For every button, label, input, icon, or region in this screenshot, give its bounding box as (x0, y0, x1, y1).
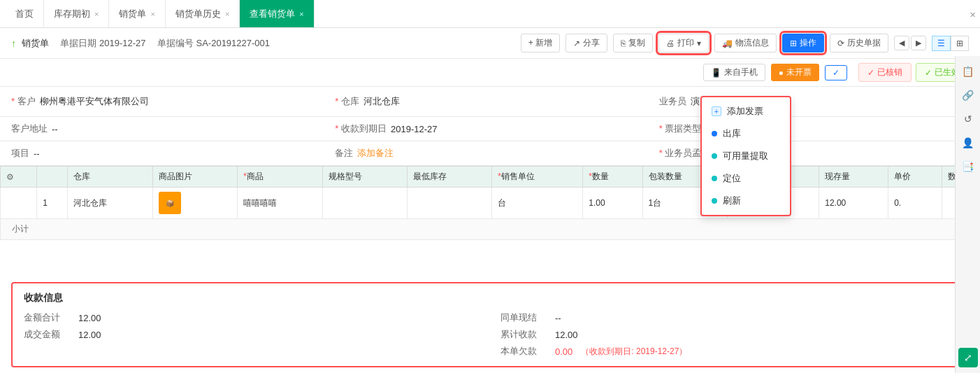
sidebar-icon-5[interactable]: 📑 (958, 157, 978, 176)
grid-view-button[interactable]: ⊞ (951, 36, 969, 51)
td-num: 1 (37, 188, 68, 219)
prev-record-button[interactable]: ◀ (894, 36, 909, 50)
outstanding-row: 本单欠款 0.00 （收款到期日: 2019-12-27） (500, 345, 956, 358)
add-note-button[interactable]: 添加备注 (357, 147, 394, 160)
doc-number-value: SA-20191227-001 (196, 38, 271, 48)
table-row: 1 河北仓库 📦 嘻嘻嘻嘻 台 1.00 1台 12.00 0. (1, 188, 980, 219)
deal-amount-label: 成交金额 (24, 328, 73, 341)
sidebar-icon-3[interactable]: ↺ (958, 109, 978, 129)
copy-icon: ⎘ (621, 38, 626, 48)
tab-view-sales[interactable]: 查看销货单 × (240, 0, 314, 27)
locate-icon (712, 176, 717, 181)
locate-item[interactable]: 定位 (702, 167, 790, 190)
tab-view-sales-close[interactable]: × (299, 10, 303, 18)
tab-sales-history[interactable]: 销货单历史 × (166, 0, 240, 27)
tab-sales-order[interactable]: 销货单 × (109, 0, 165, 27)
sidebar-icon-2[interactable]: 🔗 (958, 85, 978, 105)
window-close-button[interactable]: × (970, 8, 976, 20)
outbound-item[interactable]: 出库 (702, 122, 790, 145)
payment-info-grid: 金额合计 12.00 成交金额 12.00 同单现结 -- 累计收款 (24, 311, 956, 358)
tab-view-sales-label: 查看销货单 (250, 8, 295, 20)
available-qty-icon (712, 153, 717, 159)
sidebar-icon-1[interactable]: 📋 (958, 62, 978, 81)
share-icon: ↗ (573, 38, 580, 48)
form-area-2: 客户地址 -- 收款到期日 2019-12-27 票据类型 不开票 (0, 117, 980, 141)
outstanding-label: 本单欠款 (500, 345, 549, 358)
history-icon: ⟳ (837, 38, 844, 48)
print-button[interactable]: 🖨 打印 ▾ (658, 34, 709, 52)
view-toggle: ☰ ⊞ (932, 36, 969, 51)
cumulative-payment-row: 累计收款 12.00 (500, 328, 956, 341)
operations-dropdown: + 添加发票 出库 可用量提取 定位 刷新 (700, 96, 791, 216)
th-qty: *数量 (583, 167, 642, 188)
td-min-stock (407, 188, 491, 219)
list-view-button[interactable]: ☰ (932, 36, 951, 51)
refresh-label: 刷新 (723, 195, 741, 207)
outstanding-value: 0.00 (555, 346, 572, 357)
not-opened-button[interactable]: ● 未开票 (771, 64, 819, 81)
tab-home[interactable]: 首页 (6, 0, 44, 27)
td-warehouse: 河北仓库 (68, 188, 152, 219)
sold-status-button[interactable]: ✓ 已核销 (858, 63, 911, 82)
th-settings[interactable]: ⚙ (1, 167, 37, 188)
doc-date-value: 2019-12-27 (99, 38, 146, 48)
td-qty: 1.00 (583, 188, 642, 219)
th-warehouse: 仓库 (68, 167, 152, 188)
refresh-icon (712, 198, 717, 204)
available-qty-label: 可用量提取 (723, 150, 768, 162)
td-spec (322, 188, 407, 219)
address-value: -- (52, 124, 58, 134)
subtotal-label: 小计 (1, 219, 980, 240)
payment-date-row: 收款到期日 2019-12-27 (335, 122, 644, 135)
table-wrapper: ⚙ 仓库 商品图片 *商品 规格型号 最低库存 *销售单位 *数量 包装数量 可… (0, 166, 980, 276)
th-product: *商品 (238, 167, 322, 188)
share-button[interactable]: ↗ 分享 (565, 34, 607, 52)
tab-sales-history-close[interactable]: × (225, 10, 229, 18)
th-min-stock: 最低库存 (407, 167, 491, 188)
customer-label: 客户 (11, 95, 36, 108)
doc-title-area: ↑ 销货单 (11, 37, 49, 50)
outbound-icon (712, 131, 717, 136)
td-settings (1, 188, 37, 219)
th-num (37, 167, 68, 188)
right-sidebar: 📋 🔗 ↺ 👤 📑 ⤢ (955, 56, 980, 373)
payment-date-label: 收款到期日 (335, 122, 387, 135)
add-invoice-item[interactable]: + 添加发票 (702, 100, 790, 122)
tab-sales-order-close[interactable]: × (150, 10, 154, 18)
form-area-3: 项目 -- 备注 添加备注 业务员孟 -- (0, 141, 980, 166)
operations-button[interactable]: ⊞ 操作 (782, 34, 824, 52)
new-button[interactable]: + 新增 (521, 34, 560, 52)
th-img: 商品图片 (152, 167, 237, 188)
sidebar-icon-4[interactable]: 👤 (958, 133, 978, 153)
td-img: 📦 (152, 188, 237, 219)
copy-button[interactable]: ⎘ 复制 (613, 34, 653, 52)
available-qty-item[interactable]: 可用量提取 (702, 145, 790, 167)
logistics-button[interactable]: 🚚 物流信息 (714, 34, 777, 52)
next-record-button[interactable]: ▶ (911, 36, 926, 50)
td-current-stock: 12.00 (819, 188, 888, 219)
tab-bar: 首页 库存期初 × 销货单 × 销货单历史 × 查看销货单 × × (0, 0, 980, 28)
th-unit: *销售单位 (492, 167, 583, 188)
tab-inventory-init-close[interactable]: × (94, 10, 99, 18)
address-row: 客户地址 -- (11, 122, 321, 135)
refresh-item[interactable]: 刷新 (702, 190, 790, 212)
secondary-action-bar: 📱 来自手机 ● 未开票 ✓ ✓ 已核销 ✓ 已生效 (0, 59, 980, 87)
tab-inventory-init[interactable]: 库存期初 × (44, 0, 109, 27)
ticket-type-label: 票据类型 (659, 122, 702, 135)
doc-header: ↑ 销货单 单据日期 2019-12-27 单据编号 SA-20191227-0… (0, 28, 980, 59)
staff-label: 业务员 (659, 95, 686, 108)
sidebar-expand-button[interactable]: ⤢ (958, 348, 978, 367)
confirm-button[interactable]: ✓ (825, 65, 847, 80)
same-order-settle-label: 同单现结 (500, 311, 549, 324)
from-phone-button[interactable]: 📱 来自手机 (703, 64, 765, 81)
sold-check-icon: ✓ (867, 68, 874, 78)
project-label: 项目 (11, 147, 29, 160)
note-label: 备注 (335, 147, 353, 160)
same-order-settle-row: 同单现结 -- (500, 311, 956, 324)
cumulative-payment-label: 累计收款 (500, 328, 549, 341)
doc-meta: 单据日期 2019-12-27 单据编号 SA-20191227-001 (60, 37, 270, 50)
warehouse-row: 仓库 河北仓库 (335, 95, 644, 108)
doc-type-icon: ↑ (11, 38, 16, 49)
print-icon: 🖨 (666, 38, 675, 48)
history-button[interactable]: ⟳ 历史单据 (830, 34, 888, 52)
